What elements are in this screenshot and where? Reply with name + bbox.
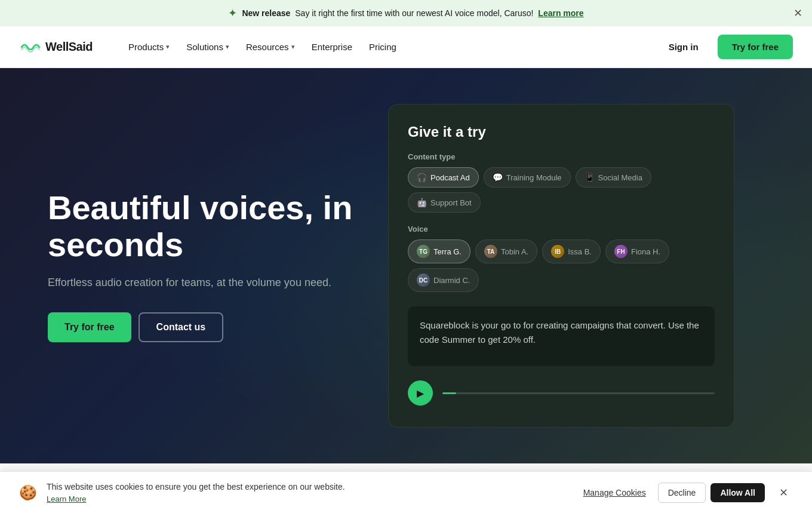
navbar: WellSaid Products ▾ Solutions ▾ Resource… xyxy=(0,26,812,68)
cookie-text-area: This website uses cookies to ensure you … xyxy=(47,481,567,503)
hero-section: Beautiful voices, in seconds Effortless … xyxy=(0,68,812,463)
chevron-down-icon: ▾ xyxy=(291,43,295,51)
avatar-fiona: FH xyxy=(614,245,628,258)
hero-right: Give it a try Content type 🎧 Podcast Ad … xyxy=(358,104,764,428)
avatar-diarmid: DC xyxy=(417,274,430,287)
nav-pricing[interactable]: Pricing xyxy=(362,37,404,57)
nav-resources[interactable]: Resources ▾ xyxy=(239,37,302,57)
headphones-icon: 🎧 xyxy=(417,173,427,182)
cookie-actions: Manage Cookies Decline Allow All xyxy=(576,483,765,503)
cookie-close-button[interactable]: ✕ xyxy=(774,484,793,502)
hero-contact-button[interactable]: Contact us xyxy=(139,312,224,342)
cookie-banner: 🍪 This website uses cookies to ensure yo… xyxy=(0,471,812,513)
wellsaid-logo-icon xyxy=(19,40,41,54)
content-tab-training[interactable]: 💬 Training Module xyxy=(484,167,571,188)
demo-preview-text: Squareblock is your go to for creating c… xyxy=(420,318,703,347)
demo-text-area: Squareblock is your go to for creating c… xyxy=(408,306,715,366)
content-tab-support[interactable]: 🤖 Support Bot xyxy=(408,192,481,213)
voice-tab-issa[interactable]: IB Issa B. xyxy=(542,239,601,263)
logo[interactable]: WellSaid xyxy=(19,40,93,54)
voice-tabs: TG Terra G. TA Tobin A. IB Issa B. FH Fi… xyxy=(408,239,715,292)
nav-products[interactable]: Products ▾ xyxy=(121,37,177,57)
nav-try-free-button[interactable]: Try for free xyxy=(718,35,793,59)
robot-icon: 🤖 xyxy=(417,198,427,207)
manage-cookies-button[interactable]: Manage Cookies xyxy=(576,483,653,502)
nav-links: Products ▾ Solutions ▾ Resources ▾ Enter… xyxy=(121,37,640,57)
voice-label: Voice xyxy=(408,225,715,234)
cookie-message: This website uses cookies to ensure you … xyxy=(47,482,345,492)
hero-try-free-button[interactable]: Try for free xyxy=(48,312,131,342)
allow-cookies-button[interactable]: Allow All xyxy=(710,483,765,502)
chevron-down-icon: ▾ xyxy=(166,43,170,51)
hero-buttons: Try for free Contact us xyxy=(48,312,358,342)
content-type-label: Content type xyxy=(408,152,715,161)
content-tab-social[interactable]: 📱 Social Media xyxy=(576,167,651,188)
content-tab-podcast[interactable]: 🎧 Podcast Ad xyxy=(408,167,479,188)
hero-title: Beautiful voices, in seconds xyxy=(48,189,358,263)
audio-player: ▶ xyxy=(408,378,715,408)
chevron-down-icon: ▾ xyxy=(226,43,229,51)
play-button[interactable]: ▶ xyxy=(408,380,433,406)
content-type-tabs: 🎧 Podcast Ad 💬 Training Module 📱 Social … xyxy=(408,167,715,213)
voice-tab-tobin[interactable]: TA Tobin A. xyxy=(475,239,537,263)
announcement-text: New release Say it right the first time … xyxy=(242,8,583,18)
play-icon: ▶ xyxy=(417,388,424,399)
demo-card: Give it a try Content type 🎧 Podcast Ad … xyxy=(388,104,734,428)
decline-cookies-button[interactable]: Decline xyxy=(658,483,706,503)
hero-subtitle: Effortless audio creation for teams, at … xyxy=(48,275,358,291)
voice-tab-diarmid[interactable]: DC Diarmid C. xyxy=(408,268,479,292)
announcement-close-button[interactable]: ✕ xyxy=(793,7,802,20)
avatar-tobin: TA xyxy=(484,245,497,258)
announcement-banner: ✦ New release Say it right the first tim… xyxy=(0,0,812,26)
nav-solutions[interactable]: Solutions ▾ xyxy=(179,37,236,57)
avatar-terra: TG xyxy=(417,245,430,258)
hero-left: Beautiful voices, in seconds Effortless … xyxy=(48,189,358,342)
logo-text: WellSaid xyxy=(45,40,93,54)
sparkle-icon: ✦ xyxy=(228,7,237,20)
cookie-learn-more-link[interactable]: Learn More xyxy=(47,494,567,503)
audio-progress-fill xyxy=(442,392,456,394)
learn-more-link[interactable]: Learn more xyxy=(538,8,583,18)
cookie-icon: 🍪 xyxy=(19,484,37,501)
avatar-issa: IB xyxy=(551,245,564,258)
voice-tab-fiona[interactable]: FH Fiona H. xyxy=(605,239,669,263)
audio-progress-track[interactable] xyxy=(442,392,715,394)
sign-in-button[interactable]: Sign in xyxy=(659,37,708,57)
chat-icon: 💬 xyxy=(493,173,503,182)
voice-tab-terra[interactable]: TG Terra G. xyxy=(408,239,470,263)
nav-enterprise[interactable]: Enterprise xyxy=(304,37,359,57)
demo-card-title: Give it a try xyxy=(408,124,715,140)
nav-right: Sign in Try for free xyxy=(659,35,793,59)
phone-icon: 📱 xyxy=(585,173,595,182)
